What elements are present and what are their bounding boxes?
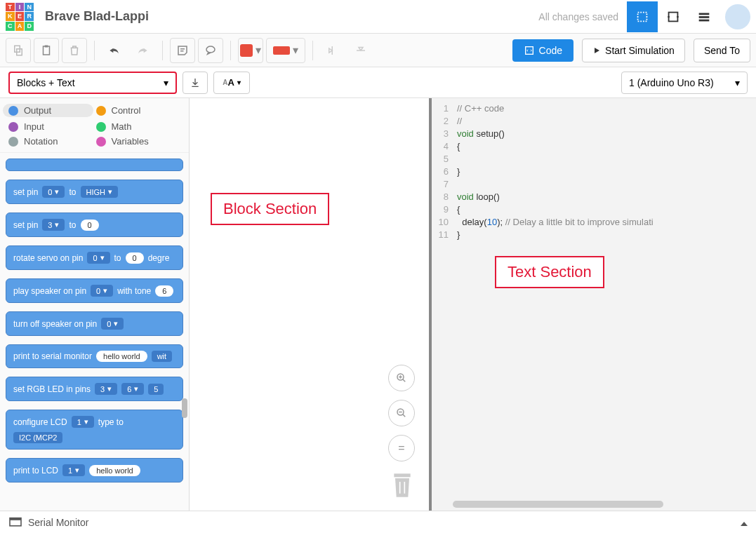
code-icon — [524, 45, 535, 56]
dot-icon — [8, 122, 18, 132]
expand-serial-icon[interactable] — [741, 519, 748, 526]
line-gutter: 1 2 3 4 5 6 7 8 9 10 11 — [432, 98, 453, 511]
block-rotate-servo[interactable]: rotate servo on pin0 ▾to0degre — [6, 245, 183, 270]
comment-button[interactable] — [198, 38, 223, 63]
block-print-serial[interactable]: print to serial monitorhello worldwit — [6, 344, 183, 368]
flip-v-button[interactable] — [348, 38, 373, 63]
mode-label: Blocks + Text — [17, 77, 75, 88]
download-button[interactable] — [183, 72, 208, 94]
block-set-pin-high[interactable]: set pin0 ▾toHIGH ▾ — [6, 180, 183, 204]
dot-icon — [8, 106, 18, 116]
svg-rect-0 — [638, 12, 647, 21]
blocks-scrollbar[interactable] — [182, 398, 187, 418]
send-to-button[interactable]: Send To — [694, 39, 750, 62]
block-categories: Output Control Input Math Notation Varia… — [0, 98, 189, 153]
svg-rect-9 — [44, 46, 50, 55]
zoom-fit-button[interactable]: = — [388, 435, 415, 461]
code-label: Code — [539, 45, 562, 56]
svg-rect-10 — [45, 45, 48, 47]
svg-point-13 — [206, 46, 215, 53]
dot-icon — [96, 122, 106, 132]
main-area: Output Control Input Math Notation Varia… — [0, 98, 756, 511]
category-control[interactable]: Control — [96, 104, 181, 117]
device-label: 1 (Arduino Uno R3) — [629, 77, 714, 88]
block-set-pin-value[interactable]: set pin3 ▾to0 — [6, 212, 183, 237]
view-circuit-button[interactable] — [627, 1, 658, 32]
copy-button[interactable] — [6, 38, 31, 63]
svg-point-3 — [677, 15, 679, 18]
notes-button[interactable] — [170, 38, 195, 63]
svg-line-16 — [403, 379, 406, 382]
svg-rect-26 — [10, 518, 21, 520]
svg-rect-1 — [669, 12, 678, 21]
toolbar: ▾ ▾ Code Start Simulation Send To — [0, 34, 756, 67]
font-label: A — [227, 77, 234, 88]
paste-button[interactable] — [34, 38, 59, 63]
dot-icon — [96, 137, 106, 147]
undo-button[interactable] — [102, 38, 127, 63]
device-dropdown[interactable]: 1 (Arduino Uno R3) ▾ — [621, 72, 748, 94]
block-turn-off-speaker[interactable]: turn off speaker on pin0 ▾ — [6, 311, 183, 336]
block-print-lcd[interactable]: print to LCD1 ▾hello world — [6, 458, 183, 483]
dot-icon — [8, 137, 18, 147]
wire-type-button[interactable]: ▾ — [266, 38, 305, 63]
svg-rect-22 — [394, 473, 410, 477]
font-size-button[interactable]: AA▾ — [213, 72, 250, 94]
delete-button[interactable] — [62, 38, 87, 63]
category-variables[interactable]: Variables — [96, 136, 181, 147]
tinkercad-logo[interactable]: TIN KER CAD — [6, 3, 34, 31]
svg-rect-6 — [699, 19, 710, 21]
code-subtoolbar: Blocks + Text ▾ AA▾ 1 (Arduino Uno R3) ▾ — [0, 67, 756, 98]
sim-label: Start Simulation — [605, 45, 675, 56]
project-title[interactable]: Brave Blad-Lappi — [45, 9, 149, 24]
block-set-rgb-led[interactable]: set RGB LED in pins3 ▾6 ▾5 — [6, 377, 183, 401]
code-button[interactable]: Code — [512, 39, 573, 62]
dot-icon — [96, 106, 106, 116]
trash-icon[interactable] — [388, 468, 416, 505]
chevron-down-icon: ▾ — [164, 77, 168, 88]
blocks-list: set pin0 ▾toHIGH ▾ set pin3 ▾to0 rotate … — [0, 153, 189, 511]
view-list-button[interactable] — [689, 1, 719, 32]
code-editor[interactable]: 1 2 3 4 5 6 7 8 9 10 11 // C++ code // v… — [432, 98, 756, 511]
header: TIN KER CAD Brave Blad-Lappi All changes… — [0, 0, 756, 34]
serial-monitor-icon — [8, 517, 22, 528]
svg-rect-5 — [699, 16, 710, 18]
serial-monitor-label[interactable]: Serial Monitor — [28, 517, 88, 528]
block-configure-lcd[interactable]: configure LCD1 ▾type toI2C (MCP2 — [6, 410, 183, 450]
chevron-down-icon: ▾ — [735, 77, 740, 88]
svg-rect-4 — [699, 13, 710, 15]
download-icon — [190, 77, 201, 88]
flip-h-button[interactable] — [320, 38, 345, 63]
code-body[interactable]: // C++ code // void setup() { } void loo… — [453, 98, 756, 511]
annotation-block-section: Block Section — [211, 193, 329, 225]
block-panel: Output Control Input Math Notation Varia… — [0, 98, 190, 511]
color-swatch-icon — [240, 44, 253, 57]
code-h-scrollbar[interactable] — [453, 501, 663, 508]
block-canvas[interactable]: Block Section = — [190, 98, 432, 511]
user-avatar[interactable] — [725, 4, 750, 29]
play-icon — [592, 46, 601, 55]
block-play-speaker[interactable]: play speaker on pin0 ▾with tone6 — [6, 278, 183, 303]
wire-type-icon — [273, 46, 290, 55]
zoom-out-button[interactable] — [388, 400, 415, 426]
footer: Serial Monitor — [0, 511, 756, 533]
block-partial[interactable] — [6, 158, 183, 171]
svg-line-20 — [403, 414, 406, 417]
zoom-controls: = — [388, 365, 415, 461]
start-simulation-button[interactable]: Start Simulation — [582, 39, 685, 62]
category-output[interactable]: Output — [3, 104, 93, 117]
view-schematic-button[interactable] — [658, 1, 689, 32]
category-math[interactable]: Math — [96, 121, 181, 132]
zoom-in-button[interactable] — [388, 365, 415, 391]
save-status: All changes saved — [538, 11, 618, 22]
annotation-text-section: Text Section — [495, 256, 604, 288]
category-notation[interactable]: Notation — [8, 136, 93, 147]
svg-point-2 — [668, 15, 670, 18]
code-mode-dropdown[interactable]: Blocks + Text ▾ — [8, 72, 177, 94]
wire-color-button[interactable]: ▾ — [238, 38, 263, 63]
redo-button[interactable] — [130, 38, 155, 63]
category-input[interactable]: Input — [8, 121, 93, 132]
